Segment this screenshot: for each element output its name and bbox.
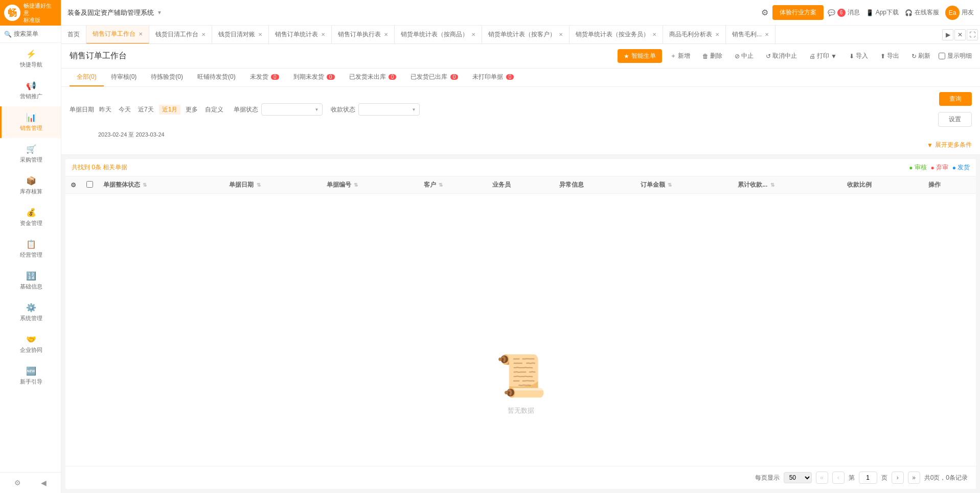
system-title-dropdown-icon[interactable]: ▼ <box>157 10 162 15</box>
sidebar-item-base[interactable]: 🔢 基础信息 <box>0 265 61 297</box>
tab-sales-by-staff[interactable]: 销货单统计表（按业务员） ✕ <box>569 26 663 44</box>
tab-margin-analysis[interactable]: 商品毛利分析表 ✕ <box>663 26 726 44</box>
print-dropdown-icon[interactable]: ▼ <box>831 53 837 60</box>
tab-sales-order-workbench[interactable]: 销售订单工作台 ✕ <box>86 26 149 44</box>
sidebar-item-nav[interactable]: ⚡ 快捷导航 <box>0 43 61 75</box>
refresh-btn[interactable]: ↻ 刷新 <box>907 50 935 62</box>
tab-close-icon[interactable]: ✕ <box>258 32 262 37</box>
sidebar-item-sales[interactable]: 📊 销售管理 <box>0 106 61 138</box>
th-exception: 异常信息 <box>554 176 635 194</box>
tab-close-icon[interactable]: ✕ <box>321 32 325 37</box>
tab-reconcile[interactable]: 钱货日清对账 ✕ <box>212 26 269 44</box>
tab-close-icon[interactable]: ✕ <box>765 32 769 37</box>
table-scroll[interactable]: ⚙ 单据整体状态 ⇅ 单据日期 ⇅ <box>65 176 976 301</box>
sidebar-item-guide[interactable]: 🆕 新手引导 <box>0 360 61 392</box>
prev-page-btn[interactable]: ‹ <box>832 472 845 484</box>
subtab-not-printed[interactable]: 未打印单据 0 <box>465 69 521 86</box>
sidebar-item-operation[interactable]: 📋 经营管理 <box>0 233 61 265</box>
sidebar-search[interactable]: 🔍 搜索菜单 <box>0 26 61 43</box>
subtab-shipped-out[interactable]: 已发货已出库 0 <box>403 69 465 86</box>
sidebar-item-marketing[interactable]: 📢 营销推广 <box>0 75 61 106</box>
tab-close-icon[interactable]: ✕ <box>715 32 719 37</box>
cancel-stop-btn[interactable]: ↺ 取消中止 <box>762 50 801 62</box>
show-detail-checkbox-label[interactable]: 显示明细 <box>939 52 972 60</box>
sort-icon[interactable]: ⇅ <box>143 182 147 188</box>
select-all-checkbox[interactable] <box>86 181 93 188</box>
tab-sales-by-product[interactable]: 销货单统计表（按商品） ✕ <box>395 26 482 44</box>
industry-btn[interactable]: 体验行业方案 <box>772 5 824 20</box>
tab-sales-stats[interactable]: 销售订单统计表 ✕ <box>269 26 332 44</box>
filter-7days[interactable]: 近7天 <box>136 104 156 115</box>
batch-ship-btn[interactable]: ● 发货 <box>952 163 970 172</box>
tab-sales-exec[interactable]: 销售订单执行表 ✕ <box>332 26 395 44</box>
sort-icon[interactable]: ⇅ <box>257 182 261 188</box>
th-order-amount: 订单金额 ⇅ <box>635 176 733 194</box>
per-page-select[interactable]: 50 10 20 100 <box>784 472 812 483</box>
th-checkbox[interactable] <box>81 176 98 194</box>
tab-maximize-btn[interactable]: ⛶ <box>967 29 978 40</box>
sidebar-item-finance[interactable]: 💰 资金管理 <box>0 201 61 233</box>
tab-close-all-btn[interactable]: ✕ <box>954 29 966 40</box>
page-input[interactable] <box>859 472 877 484</box>
smart-generate-btn[interactable]: ★ 智能生单 <box>618 49 662 63</box>
th-date: 单据日期 ⇅ <box>224 176 321 194</box>
filter-yesterday[interactable]: 昨天 <box>97 104 113 115</box>
sidebar-item-purchase[interactable]: 🛒 采购管理 <box>0 138 61 170</box>
filter-collection-select[interactable] <box>358 103 420 116</box>
import-btn[interactable]: ⬇ 导入 <box>845 50 872 62</box>
filter-1month[interactable]: 近1月 <box>159 105 181 115</box>
batch-approve-btn[interactable]: ● 审核 <box>909 163 926 172</box>
tab-close-icon[interactable]: ✕ <box>652 32 656 37</box>
subtab-shipped-not-out[interactable]: 已发货未出库 0 <box>342 69 404 86</box>
tab-close-icon[interactable]: ✕ <box>471 32 475 37</box>
expand-conditions-btn[interactable]: ▼ 展开更多条件 <box>927 141 972 149</box>
filter-more[interactable]: 更多 <box>184 104 200 115</box>
tab-sales-margin[interactable]: 销售毛利... ✕ <box>726 26 776 44</box>
filter-today[interactable]: 今天 <box>117 104 133 115</box>
tab-home[interactable]: 首页 <box>61 26 86 44</box>
app-download-item[interactable]: 📱 App下载 <box>866 8 899 17</box>
stop-btn[interactable]: ⊘ 中止 <box>731 50 758 62</box>
subtab-pending-review[interactable]: 待审核(0) <box>104 69 144 86</box>
tab-close-icon[interactable]: ✕ <box>201 32 206 37</box>
settings-icon[interactable]: ⚙ <box>12 477 23 489</box>
subtab-wangpu-pending-ship[interactable]: 旺铺待发货(0) <box>190 69 243 86</box>
last-page-btn[interactable]: » <box>908 472 920 484</box>
subtab-pending-inspect[interactable]: 待拣验货(0) <box>144 69 190 86</box>
export-btn[interactable]: ⬆ 导出 <box>876 50 903 62</box>
system-icon: ⚙️ <box>26 303 36 312</box>
user-item[interactable]: Ea 用友 <box>945 6 974 20</box>
setting-btn[interactable]: 设置 <box>938 112 972 127</box>
message-item[interactable]: 💬 6 消息 <box>828 8 860 17</box>
sort-icon[interactable]: ⇅ <box>770 182 774 188</box>
sort-icon[interactable]: ⇅ <box>668 182 672 188</box>
subtab-all[interactable]: 全部(0) <box>70 69 104 86</box>
show-detail-checkbox[interactable] <box>939 53 945 59</box>
query-btn[interactable]: 查询 <box>939 92 972 106</box>
topbar-gear-icon[interactable]: ⚙ <box>761 8 768 17</box>
sidebar-item-corp[interactable]: 🤝 企业协同 <box>0 328 61 360</box>
tab-close-icon[interactable]: ✕ <box>559 32 563 37</box>
sidebar-item-inventory[interactable]: 📦 库存核算 <box>0 170 61 201</box>
print-btn[interactable]: 🖨 打印 ▼ <box>805 50 841 62</box>
batch-reject-btn[interactable]: ● 弃审 <box>931 163 948 172</box>
tab-close-icon[interactable]: ✕ <box>384 32 388 37</box>
add-btn[interactable]: ＋ 新增 <box>666 50 694 62</box>
sort-icon[interactable]: ⇅ <box>354 182 358 188</box>
th-settings[interactable]: ⚙ <box>65 176 81 194</box>
sidebar-item-system[interactable]: ⚙️ 系统管理 <box>0 297 61 328</box>
filter-status-select[interactable] <box>261 103 323 116</box>
next-page-btn[interactable]: › <box>892 472 904 484</box>
filter-custom[interactable]: 自定义 <box>203 104 225 115</box>
online-service-item[interactable]: 🎧 在线客服 <box>905 8 939 17</box>
sort-icon[interactable]: ⇅ <box>439 182 443 188</box>
collapse-icon[interactable]: ◀ <box>39 477 49 489</box>
delete-btn[interactable]: 🗑 删除 <box>698 50 726 62</box>
tab-sales-by-customer[interactable]: 销货单统计表（按客户） ✕ <box>482 26 569 44</box>
tab-daily-clear[interactable]: 钱货日清工作台 ✕ <box>149 26 212 44</box>
subtab-overdue-not-shipped[interactable]: 到期未发货 0 <box>286 69 342 86</box>
first-page-btn[interactable]: « <box>816 472 828 484</box>
tab-close-icon[interactable]: ✕ <box>139 31 143 37</box>
tab-scroll-right-btn[interactable]: ▶ <box>942 29 953 40</box>
subtab-not-shipped[interactable]: 未发货 0 <box>243 69 286 86</box>
